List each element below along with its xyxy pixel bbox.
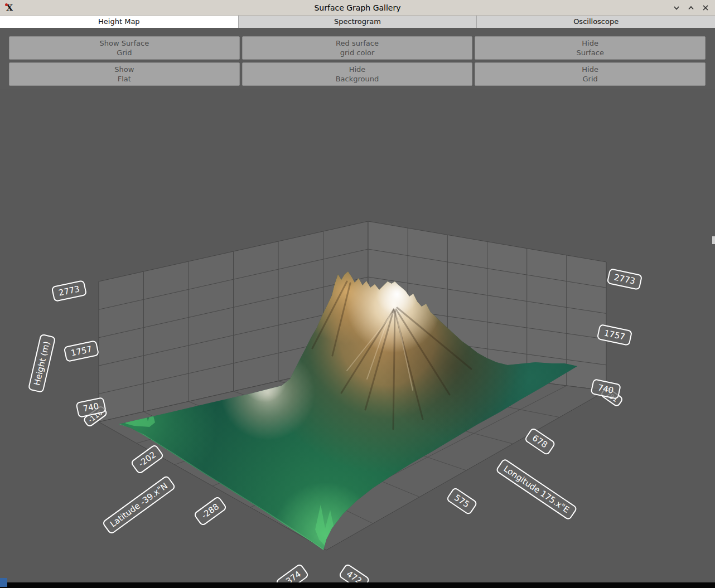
button-label-line: Surface <box>576 48 604 57</box>
hide-grid-button[interactable]: Hide Grid <box>475 62 706 86</box>
button-label-line: Background <box>336 74 379 84</box>
button-label-line: Hide <box>349 65 366 74</box>
maximize-button[interactable] <box>685 2 697 13</box>
show-surface-grid-button[interactable]: Show Surface Grid <box>9 36 240 60</box>
hide-surface-button[interactable]: Hide Surface <box>475 36 706 60</box>
taskbar-blue-indicator[interactable] <box>0 578 7 587</box>
hide-background-button[interactable]: Hide Background <box>242 62 473 86</box>
button-label-line: Grid <box>583 74 598 84</box>
minimize-button[interactable] <box>670 2 683 13</box>
chevron-up-icon <box>687 3 695 12</box>
close-icon <box>701 3 710 12</box>
chevron-down-icon <box>672 3 681 12</box>
title-bar[interactable]: X Surface Graph Gallery <box>0 0 715 16</box>
close-button[interactable] <box>699 2 712 13</box>
button-label-line: Show Surface <box>99 38 149 48</box>
tab-bar: Height Map Spectrogram Oscilloscope <box>0 16 715 28</box>
tab-oscilloscope[interactable]: Oscilloscope <box>477 16 715 28</box>
button-label-line: Red surface <box>336 38 379 48</box>
button-label-line: grid color <box>340 48 375 57</box>
tab-spectrogram[interactable]: Spectrogram <box>239 16 477 28</box>
button-label-line: Hide <box>582 38 598 48</box>
window-title: Surface Graph Gallery <box>0 0 715 16</box>
taskbar-strip[interactable] <box>0 582 715 588</box>
toolbar: Show Surface Grid Red surface grid color… <box>9 36 706 86</box>
button-label-line: Show <box>114 65 134 74</box>
screen-edge-artifact <box>712 236 715 244</box>
button-label-line: Flat <box>118 74 131 84</box>
height-map-3d-plot[interactable]: 781 -116 2773 1757 740 Height (m) 2773 1… <box>0 89 715 588</box>
show-flat-button[interactable]: Show Flat <box>9 62 240 86</box>
tab-height-map[interactable]: Height Map <box>0 16 239 28</box>
window-controls <box>670 2 712 13</box>
red-surface-grid-color-button[interactable]: Red surface grid color <box>242 36 473 60</box>
button-label-line: Grid <box>117 48 132 57</box>
button-label-line: Hide <box>582 65 598 74</box>
